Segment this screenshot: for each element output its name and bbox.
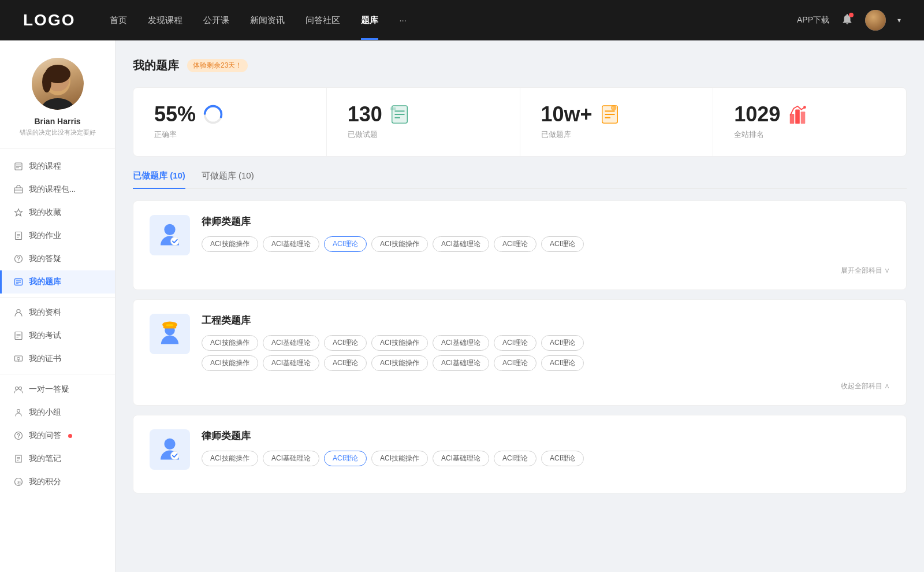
qbank-expand-btn-2[interactable]: 收起全部科目 ∧ [841,382,890,390]
sidebar-item-profile[interactable]: 我的资料 [0,301,115,324]
qbank-card-1-content: 律师类题库 ACI技能操作 ACI基础理论 ACI理论 ACI技能操作 ACI基… [202,215,890,252]
qbank-card-3: 律师类题库 ACI技能操作 ACI基础理论 ACI理论 ACI技能操作 ACI基… [133,415,907,493]
sidebar-item-certificate[interactable]: 我的证书 [0,347,115,370]
qbank-tag[interactable]: ACI理论 [494,236,536,252]
svg-point-30 [16,387,18,390]
qbank-card-3-tags: ACI技能操作 ACI基础理论 ACI理论 ACI技能操作 ACI基础理论 AC… [202,451,890,466]
sidebar-item-exam-label: 我的考试 [29,330,61,341]
qbank-tag[interactable]: ACI基础理论 [263,335,319,351]
logo[interactable]: LOGO [23,11,75,29]
qbank-tag[interactable]: ACI理论 [541,236,584,252]
qbank-tag[interactable]: ACI技能操作 [371,355,428,371]
nav-qbank[interactable]: 题库 [361,15,378,26]
stat-done-questions-label: 已做试题 [348,129,499,140]
user-avatar[interactable] [865,10,886,31]
user-dropdown-arrow[interactable]: ▾ [897,16,901,24]
qbank-tag[interactable]: ACI理论 [494,335,536,351]
sidebar-item-points[interactable]: 积 我的积分 [0,470,115,493]
qbank-tag[interactable]: ACI基础理论 [433,355,489,371]
qbank-tag[interactable]: ACI理论 [541,355,584,371]
stat-ranking: 1029 全站排名 [713,88,906,156]
qbank-tag[interactable]: ACI理论 [324,355,367,371]
navbar-menu: 首页 发现课程 公开课 新闻资讯 问答社区 题库 ··· [110,15,797,26]
sidebar-item-package[interactable]: 我的课程包... [0,178,115,201]
notification-dot [849,13,854,17]
stat-accuracy: 55% 正确率 [133,88,327,156]
sidebar-item-favorites[interactable]: 我的收藏 [0,201,115,224]
stat-ranking-value: 1029 [734,104,780,125]
nav-news[interactable]: 新闻资讯 [250,15,285,26]
sidebar-item-notes[interactable]: 我的笔记 [0,447,115,470]
course-icon [14,162,23,171]
qbank-card-1-icon [150,215,190,255]
qbank-tag-active[interactable]: ACI理论 [324,451,367,466]
sidebar-item-answer[interactable]: 我的答疑 [0,247,115,270]
qbank-tag[interactable]: ACI理论 [324,335,367,351]
sidebar-item-myqa[interactable]: 我的问答 [0,424,115,447]
tab-available-banks[interactable]: 可做题库 (10) [202,170,254,188]
nav-home[interactable]: 首页 [110,15,127,26]
qbank-tag[interactable]: ACI理论 [494,451,536,466]
sidebar-item-notes-label: 我的笔记 [29,454,61,464]
nav-opencourse[interactable]: 公开课 [203,15,229,26]
sidebar-item-one-on-one-label: 一对一答疑 [29,384,69,395]
qbank-card-2-icon [150,314,190,354]
qbank-tag[interactable]: ACI技能操作 [371,335,428,351]
qbank-tag[interactable]: ACI基础理论 [433,335,489,351]
qbank-tag-active[interactable]: ACI理论 [324,236,367,252]
one-on-one-icon [14,385,23,394]
svg-point-65 [164,439,175,450]
qbank-card-3-title: 律师类题库 [202,429,890,443]
main-content: 我的题库 体验剩余23天！ 55% 正确率 13 [116,40,924,572]
sidebar-user-motto: 错误的决定比没有决定要好 [12,128,103,137]
qbank-tag[interactable]: ACI理论 [541,335,584,351]
sidebar-item-certificate-label: 我的证书 [29,354,61,364]
app-download-link[interactable]: APP下载 [797,15,829,25]
sidebar-item-qbank[interactable]: 我的题库 [0,270,115,294]
qbank-tag[interactable]: ACI技能操作 [202,236,258,252]
sidebar-menu-list: 我的课程 我的课程包... 我的收藏 我的作业 [0,155,115,493]
qbank-tag[interactable]: ACI基础理论 [263,451,319,466]
qbank-tag[interactable]: ACI基础理论 [433,236,489,252]
sidebar-item-points-label: 我的积分 [29,477,61,487]
qbank-card-1: 律师类题库 ACI技能操作 ACI基础理论 ACI理论 ACI技能操作 ACI基… [133,200,907,290]
sidebar-item-homework[interactable]: 我的作业 [0,224,115,247]
done-questions-icon [389,104,410,125]
stat-done-banks: 10w+ ! 已做题库 [520,88,714,156]
qbank-tag[interactable]: ACI基础理论 [263,236,319,252]
qbank-tag[interactable]: ACI理论 [494,355,536,371]
svg-point-32 [17,410,20,413]
sidebar-item-group[interactable]: 我的小组 [0,401,115,424]
sidebar-item-course[interactable]: 我的课程 [0,155,115,178]
sidebar-item-group-label: 我的小组 [29,407,61,418]
page-header: 我的题库 体验剩余23天！ [133,58,907,73]
sidebar-item-favorites-label: 我的收藏 [29,207,61,218]
qbank-tag[interactable]: ACI基础理论 [433,451,489,466]
nav-discover[interactable]: 发现课程 [148,15,182,26]
qbank-card-2-header: 工程类题库 ACI技能操作 ACI基础理论 ACI理论 ACI技能操作 ACI基… [150,314,890,371]
certificate-icon [14,354,23,363]
qbank-tag[interactable]: ACI技能操作 [202,355,258,371]
stats-row: 55% 正确率 130 [133,87,907,157]
qbank-tag[interactable]: ACI技能操作 [202,451,258,466]
note-icon [14,454,23,463]
nav-qa[interactable]: 问答社区 [305,15,340,26]
qbank-tag[interactable]: ACI技能操作 [371,451,428,466]
qbank-expand-btn-1[interactable]: 展开全部科目 ∨ [841,266,890,274]
sidebar-avatar [32,58,84,110]
qbank-tag[interactable]: ACI基础理论 [263,355,319,371]
sidebar-item-exam[interactable]: 我的考试 [0,324,115,347]
qbank-card-2-footer: 收起全部科目 ∧ [150,380,890,391]
svg-point-28 [17,357,20,359]
qbank-tag[interactable]: ACI技能操作 [371,236,428,252]
package-icon [14,185,23,194]
qbank-tag[interactable]: ACI技能操作 [202,335,258,351]
notification-bell[interactable] [841,13,854,28]
sidebar-item-one-on-one[interactable]: 一对一答疑 [0,378,115,401]
tab-done-banks[interactable]: 已做题库 (10) [133,170,185,188]
svg-point-34 [18,437,18,438]
svg-rect-57 [801,112,806,124]
qbank-tag[interactable]: ACI理论 [541,451,584,466]
nav-more[interactable]: ··· [399,15,407,26]
homework-icon [14,231,23,240]
